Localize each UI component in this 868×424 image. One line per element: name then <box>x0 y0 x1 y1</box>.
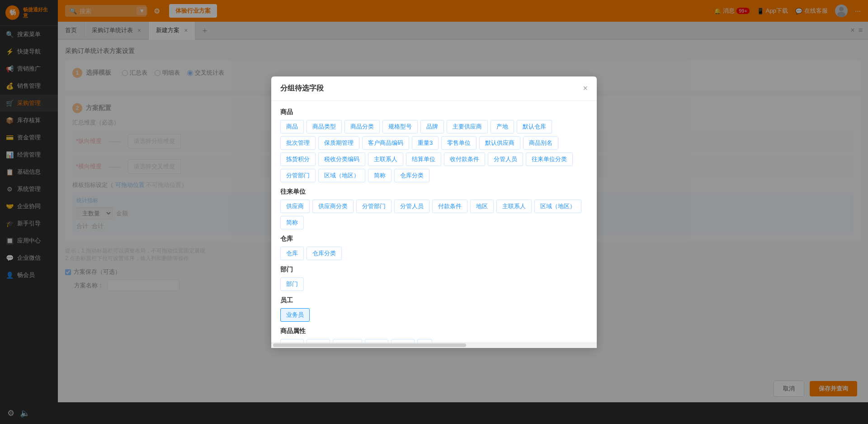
tag-product-type[interactable]: 商品类型 <box>307 120 342 133</box>
tag-warehouse-category[interactable]: 仓库分类 <box>307 247 342 260</box>
tag-area[interactable]: 地区 <box>470 200 494 213</box>
tag-warehouse[interactable]: 仓库 <box>280 247 304 260</box>
modal-horizontal-scrollbar[interactable] <box>271 343 597 348</box>
tag-supplier-category[interactable]: 供应商分类 <box>312 200 354 213</box>
section-title-product-attr: 商品属性 <box>280 327 588 335</box>
tag-tax-code[interactable]: 税收分类编码 <box>318 152 365 166</box>
tag-pick-points[interactable]: 拣货积分 <box>280 152 316 166</box>
modal-body[interactable]: 商品 商品 商品类型 商品分类 规格型号 品牌 主要供应商 产地 默认仓库 批次… <box>271 101 597 343</box>
tag-product-category[interactable]: 商品分类 <box>344 120 380 133</box>
tag-warehouse-type[interactable]: 仓库分类 <box>394 169 429 182</box>
section-title-staff: 员工 <box>280 296 588 305</box>
section-title-dept: 部门 <box>280 266 588 274</box>
tag-attribute[interactable]: 属性 <box>280 339 304 343</box>
tag-dept-mgmt[interactable]: 分管部门 <box>280 169 316 182</box>
modal-hscroll-thumb[interactable] <box>273 343 466 347</box>
tag-short-name-cp[interactable]: 简称 <box>280 216 304 229</box>
modal-title: 分组待选字段 <box>280 84 324 93</box>
tag-payment-condition[interactable]: 付款条件 <box>432 200 467 213</box>
tag-dept-mgmt-cp[interactable]: 分管部门 <box>356 200 392 213</box>
warehouse-tags: 仓库 仓库分类 <box>280 247 588 260</box>
tag-retail-unit[interactable]: 零售单位 <box>441 136 476 150</box>
tag-dept[interactable]: 部门 <box>280 277 304 291</box>
tag-brand[interactable]: 品牌 <box>420 120 444 133</box>
tag-color[interactable]: 颜色 <box>307 339 330 343</box>
counterparty-tags: 供应商 供应商分类 分管部门 分管人员 付款条件 地区 主联系人 区域（地区） … <box>280 200 588 229</box>
tag-short-name-product[interactable]: 简称 <box>368 169 392 182</box>
tag-settlement-unit[interactable]: 结算单位 <box>406 152 441 166</box>
product-attr-tags: 属性 颜色 多规格 尺码 鞋码 1 <box>280 339 588 343</box>
tag-batch-mgmt[interactable]: 批次管理 <box>280 136 316 150</box>
modal-close-button[interactable]: × <box>583 84 588 93</box>
tag-product[interactable]: 商品 <box>280 120 304 133</box>
tag-main-contact-cp[interactable]: 主联系人 <box>496 200 532 213</box>
tag-product-alias[interactable]: 商品别名 <box>523 136 558 150</box>
tag-spec-model[interactable]: 规格型号 <box>382 120 418 133</box>
section-title-product: 商品 <box>280 108 588 116</box>
tag-counterparty-type[interactable]: 往来单位分类 <box>526 152 573 166</box>
modal-overlay: 分组待选字段 × 商品 商品 商品类型 商品分类 规格型号 品牌 主要供应商 产… <box>0 0 868 424</box>
tag-customer-sku[interactable]: 客户商品编码 <box>362 136 409 150</box>
tag-weight3[interactable]: 重量3 <box>412 136 439 150</box>
tag-salesperson[interactable]: 业务员 <box>280 308 310 322</box>
tag-region-cp[interactable]: 区域（地区） <box>534 200 581 213</box>
tag-shelf-life-mgmt[interactable]: 保质期管理 <box>318 136 359 150</box>
tag-custom-1[interactable]: 1 <box>417 339 432 343</box>
tag-default-supplier[interactable]: 默认供应商 <box>479 136 520 150</box>
modal-dialog: 分组待选字段 × 商品 商品 商品类型 商品分类 规格型号 品牌 主要供应商 产… <box>271 76 597 348</box>
tag-region-product[interactable]: 区域（地区） <box>318 169 365 182</box>
tag-supplier[interactable]: 供应商 <box>280 200 310 213</box>
tag-shoe-size[interactable]: 鞋码 <box>391 339 415 343</box>
section-title-warehouse: 仓库 <box>280 235 588 243</box>
tag-main-supplier[interactable]: 主要供应商 <box>447 120 488 133</box>
tag-origin[interactable]: 产地 <box>491 120 514 133</box>
tag-manager[interactable]: 分管人员 <box>488 152 523 166</box>
tag-manager-cp[interactable]: 分管人员 <box>394 200 429 213</box>
product-tags: 商品 商品类型 商品分类 规格型号 品牌 主要供应商 产地 默认仓库 批次管理 … <box>280 120 588 182</box>
tag-main-contact[interactable]: 主联系人 <box>368 152 403 166</box>
modal-header: 分组待选字段 × <box>271 76 597 101</box>
tag-multi-spec[interactable]: 多规格 <box>333 339 362 343</box>
section-title-counterparty: 往来单位 <box>280 188 588 196</box>
staff-tags: 业务员 <box>280 308 588 322</box>
dept-tags: 部门 <box>280 277 588 291</box>
tag-default-warehouse[interactable]: 默认仓库 <box>517 120 552 133</box>
tag-size[interactable]: 尺码 <box>365 339 388 343</box>
tag-payment-terms[interactable]: 收付款条件 <box>444 152 485 166</box>
